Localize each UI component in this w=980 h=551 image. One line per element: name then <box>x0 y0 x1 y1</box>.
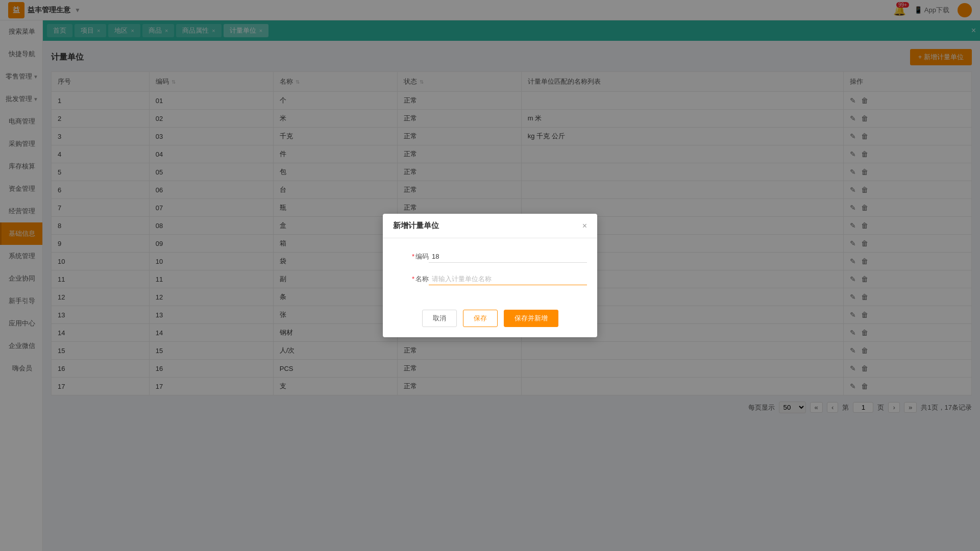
modal-overlay: 新增计量单位 × *编码 *名称 取消 保存 保存并新增 <box>0 0 980 551</box>
code-label: *编码 <box>393 252 429 261</box>
modal-footer: 取消 保存 保存并新增 <box>383 304 597 337</box>
form-row-code: *编码 <box>393 251 587 263</box>
save-and-new-button[interactable]: 保存并新增 <box>504 310 558 327</box>
code-input[interactable] <box>429 251 587 263</box>
save-button[interactable]: 保存 <box>463 310 498 327</box>
cancel-button[interactable]: 取消 <box>422 310 457 327</box>
modal-close-button[interactable]: × <box>582 221 587 231</box>
add-unit-modal: 新增计量单位 × *编码 *名称 取消 保存 保存并新增 <box>383 214 597 337</box>
modal-body: *编码 *名称 <box>383 238 597 304</box>
name-input[interactable] <box>429 273 587 285</box>
name-label: *名称 <box>393 274 429 284</box>
form-row-name: *名称 <box>393 273 587 285</box>
modal-title: 新增计量单位 <box>393 221 439 231</box>
modal-header: 新增计量单位 × <box>383 214 597 238</box>
